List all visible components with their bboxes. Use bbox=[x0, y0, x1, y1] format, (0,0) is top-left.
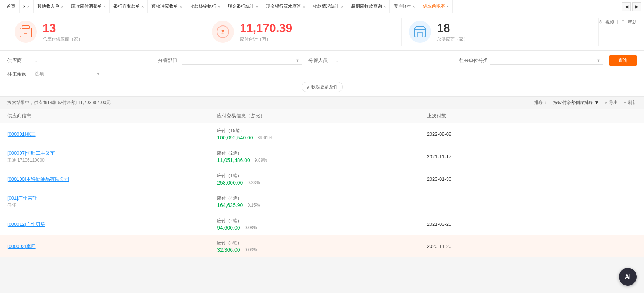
table-header: 供应商信息 应付交易信息（占比） 上次付数 bbox=[0, 109, 644, 123]
export-button[interactable]: ○ 导出 bbox=[605, 100, 618, 106]
table-row: [000002]李四 应付（5笔） 32,366.00 0.03% 2020-1… bbox=[0, 235, 644, 257]
nav-tab-advance-close[interactable]: × bbox=[179, 4, 182, 9]
query-button[interactable]: 查询 bbox=[609, 55, 637, 66]
refresh-button[interactable]: ○ 刷新 bbox=[624, 100, 637, 106]
category-filter-label: 往来单位分类 bbox=[459, 57, 488, 64]
video-link[interactable]: 视频 bbox=[605, 19, 614, 25]
last-payment-cell: 2020-11-20 bbox=[427, 244, 637, 249]
nav-tab-3-close[interactable]: × bbox=[27, 4, 29, 9]
collapse-button[interactable]: ∧ 收起更多条件 bbox=[302, 82, 343, 92]
last-payment-date: 2021-03-25 bbox=[427, 221, 452, 227]
collapse-icon: ∧ bbox=[307, 85, 310, 90]
transaction-amount: 11,051,486.00 bbox=[217, 157, 250, 163]
nav-tab-customer-ledger[interactable]: 客户账本 × bbox=[390, 0, 419, 13]
nav-tab-supplier-ledger[interactable]: 供应商账本 × bbox=[419, 0, 453, 13]
nav-next-button[interactable]: ▶ bbox=[632, 2, 641, 11]
export-label: 导出 bbox=[609, 100, 618, 106]
summary-card-ap-suppliers: 13 总应付供应商（家） bbox=[7, 18, 204, 46]
top-navigation: 首页 3 × 其他收入单 × 应收应付调整单 × 银行存取款单 × 预收冲应收单… bbox=[0, 0, 644, 13]
transaction-percent: 0.08% bbox=[245, 225, 257, 230]
transaction-label: 应付（15笔） bbox=[217, 128, 427, 134]
nav-tab-collection-stats-label: 收款情况统计 bbox=[313, 3, 339, 10]
results-bar: 搜索结果中，供应商13家 应付金额111,703,854.00元 排序： 按应付… bbox=[0, 97, 644, 109]
filter-category: 往来单位分类 ▼ bbox=[459, 57, 604, 65]
transaction-cell: 应付（2笔） 11,051,486.00 9.89% bbox=[217, 150, 427, 163]
nav-tab-customer-ledger-label: 客户账本 bbox=[393, 3, 411, 10]
supplier-contact: 仔仔 bbox=[7, 202, 217, 208]
last-payment-cell: 2022-08-08 bbox=[427, 131, 637, 137]
nav-tab-overdue-close[interactable]: × bbox=[384, 4, 386, 9]
sort-select[interactable]: 按应付余额倒序排序 ▼ bbox=[553, 100, 599, 106]
supplier-link[interactable]: [001]广州荣轩 bbox=[7, 195, 217, 201]
supplier-link[interactable]: [000100]本特勤油品有限公司 bbox=[7, 176, 217, 183]
col-header-last-payment: 上次付数 bbox=[427, 113, 637, 119]
filter-supplier: 供应商 bbox=[7, 56, 152, 65]
summary-ap-suppliers-info: 13 总应付供应商（家） bbox=[43, 21, 83, 42]
last-payment-date: 2022-08-08 bbox=[427, 131, 452, 137]
nav-tab-cash-bank-stats-close[interactable]: × bbox=[256, 4, 258, 9]
nav-tab-overdue-label: 超期应收款查询 bbox=[351, 3, 382, 10]
balance-filter-select[interactable]: 选项... ▼ bbox=[32, 69, 103, 79]
person-filter-input[interactable] bbox=[333, 56, 453, 65]
money-icon: ¥ bbox=[212, 21, 234, 43]
nav-tab-home[interactable]: 首页 bbox=[3, 0, 20, 13]
dept-filter-select[interactable]: ▼ bbox=[182, 57, 303, 65]
nav-tab-supplier-ledger-label: 供应商账本 bbox=[423, 3, 445, 9]
last-payment-date: 2021-11-17 bbox=[427, 154, 452, 159]
summary-ap-total-info: 11,170.39 应付合计（万） bbox=[240, 21, 292, 42]
category-filter-select[interactable]: ▼ bbox=[490, 57, 604, 65]
transaction-percent: 0.03% bbox=[245, 247, 257, 252]
filter-balance: 往来余额 选项... ▼ bbox=[7, 69, 103, 79]
results-summary: 搜索结果中，供应商13家 应付金额111,703,854.00元 bbox=[7, 100, 111, 106]
dept-dropdown-arrow: ▼ bbox=[295, 58, 300, 63]
nav-tab-other-income[interactable]: 其他收入单 × bbox=[34, 0, 67, 13]
data-table: 供应商信息 应付交易信息（占比） 上次付数 [000001]张三 应付（15笔）… bbox=[0, 109, 644, 257]
table-row: [001]广州荣轩 仔仔 应付（4笔） 164,635.90 0.15% bbox=[0, 190, 644, 213]
nav-tab-collection-close[interactable]: × bbox=[218, 4, 220, 9]
table-row: [000001]张三 应付（15笔） 100,092,540.00 89.61%… bbox=[0, 123, 644, 145]
nav-tab-advance[interactable]: 预收冲应收单 × bbox=[148, 0, 186, 13]
collapse-label: 收起更多条件 bbox=[311, 84, 338, 90]
supplier-link[interactable]: [000002]李四 bbox=[7, 243, 217, 250]
nav-tab-other-income-close[interactable]: × bbox=[61, 4, 63, 9]
nav-tab-ar-adjustment-close[interactable]: × bbox=[104, 4, 106, 9]
supplier-contact: 王通 17106110000 bbox=[7, 157, 217, 163]
last-payment-date: 2023-01-30 bbox=[427, 176, 452, 182]
nav-prev-button[interactable]: ◀ bbox=[622, 2, 631, 11]
filter-dept: 分管部门 ▼ bbox=[158, 57, 303, 65]
nav-tab-advance-label: 预收冲应收单 bbox=[151, 3, 178, 10]
nav-tab-supplier-ledger-close[interactable]: × bbox=[447, 4, 449, 8]
nav-tab-bank-deposit[interactable]: 银行存取款单 × bbox=[110, 0, 148, 13]
supplier-link[interactable]: [000012]广州贝瑞 bbox=[7, 221, 217, 228]
last-payment-cell: 2023-01-30 bbox=[427, 176, 637, 182]
supplier-link[interactable]: [000007]恒旺二手叉车 bbox=[7, 150, 217, 156]
nav-tab-customer-ledger-close[interactable]: × bbox=[413, 4, 415, 9]
nav-tab-bank-deposit-close[interactable]: × bbox=[141, 4, 144, 9]
supplier-link[interactable]: [000001]张三 bbox=[7, 131, 217, 138]
nav-tab-collection-stats[interactable]: 收款情况统计 × bbox=[309, 0, 347, 13]
filter-row-1: 供应商 分管部门 ▼ 分管人员 往来单位分类 ▼ 查询 bbox=[7, 55, 637, 66]
nav-tab-3[interactable]: 3 × bbox=[20, 0, 34, 13]
total-suppliers-number: 18 bbox=[437, 21, 468, 35]
nav-tab-cash-bank-flow[interactable]: 现金银行流水查询 × bbox=[262, 0, 309, 13]
summary-card-ap-total: ¥ 11,170.39 应付合计（万） bbox=[204, 18, 402, 46]
nav-tab-ar-adjustment[interactable]: 应收应付调整单 × bbox=[67, 0, 110, 13]
person-filter-label: 分管人员 bbox=[308, 57, 330, 64]
help-link[interactable]: 帮助 bbox=[628, 19, 637, 25]
supplier-info-cell: [000007]恒旺二手叉车 王通 17106110000 bbox=[7, 150, 217, 163]
col-header-transaction: 应付交易信息（占比） bbox=[217, 113, 427, 119]
nav-tab-collection-stats-close[interactable]: × bbox=[341, 4, 343, 9]
nav-tab-overdue[interactable]: 超期应收款查询 × bbox=[347, 0, 390, 13]
supplier-info-cell: [000001]张三 bbox=[7, 131, 217, 138]
ap-total-number: 11,170.39 bbox=[240, 21, 292, 35]
transaction-amount: 32,366.00 bbox=[217, 247, 240, 253]
sort-value: 按应付余额倒序排序 bbox=[553, 100, 593, 105]
supplier-filter-input[interactable] bbox=[32, 56, 152, 65]
filter-person: 分管人员 bbox=[308, 56, 453, 65]
transaction-cell: 应付（5笔） 32,366.00 0.03% bbox=[217, 240, 427, 253]
nav-tab-cash-bank-flow-close[interactable]: × bbox=[303, 4, 305, 9]
ap-suppliers-label: 总应付供应商（家） bbox=[43, 36, 83, 42]
nav-tab-collection[interactable]: 收款核销执行 × bbox=[186, 0, 224, 13]
transaction-amount: 100,092,540.00 bbox=[217, 135, 253, 141]
nav-tab-cash-bank-stats[interactable]: 现金银行统计 × bbox=[224, 0, 262, 13]
